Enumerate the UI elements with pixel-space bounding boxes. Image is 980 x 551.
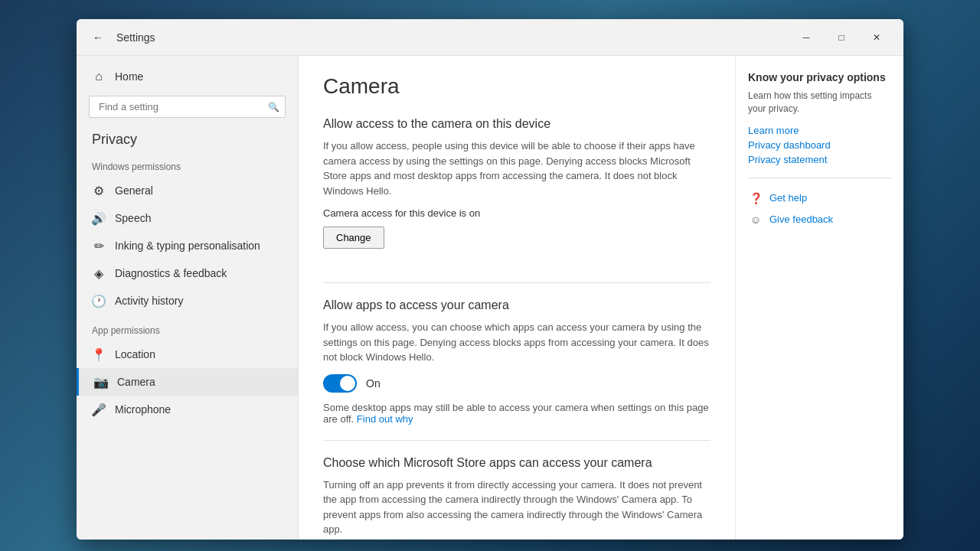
section3-heading: Choose which Microsoft Store apps can ac… [323, 456, 710, 470]
learn-more-link[interactable]: Learn more [748, 125, 891, 136]
find-out-why-link[interactable]: Find out why [357, 413, 413, 425]
sidebar-item-inking[interactable]: ✏ Inking & typing personalisation [77, 232, 298, 259]
window-title: Settings [116, 31, 155, 44]
section-device-access: Allow access to the camera on this devic… [323, 117, 710, 267]
change-button[interactable]: Change [323, 227, 384, 249]
general-label: General [115, 184, 153, 197]
speech-label: Speech [115, 212, 151, 224]
activity-label: Activity history [115, 295, 183, 307]
section2-desc: If you allow access, you can choose whic… [323, 320, 710, 365]
device-access-status: Camera access for this device is on [323, 207, 710, 219]
inking-label: Inking & typing personalisation [115, 240, 260, 252]
section2-heading: Allow apps to access your camera [323, 298, 710, 312]
home-label: Home [115, 70, 143, 83]
section-store-apps: Choose which Microsoft Store apps can ac… [323, 456, 710, 537]
divider-1 [323, 282, 710, 283]
note-text: Some desktop apps may still be able to a… [323, 402, 710, 425]
sidebar-item-activity[interactable]: 🕐 Activity history [77, 287, 298, 315]
activity-icon: 🕐 [92, 294, 106, 308]
windows-permissions-label: Windows permissions [77, 151, 298, 177]
diagnostics-label: Diagnostics & feedback [115, 267, 227, 279]
content-area: ⌂ Home 🔍 Privacy Windows permissions ⚙ G… [77, 56, 903, 540]
minimize-button[interactable]: ─ [789, 25, 824, 50]
camera-label: Camera [117, 376, 155, 388]
get-help-icon: ❓ [748, 191, 763, 206]
give-feedback-row[interactable]: ☺ Give feedback [748, 212, 891, 227]
window-controls: ─ □ ✕ [789, 25, 894, 50]
privacy-dashboard-link[interactable]: Privacy dashboard [748, 139, 891, 151]
sidebar-item-microphone[interactable]: 🎤 Microphone [77, 396, 298, 423]
sidebar: ⌂ Home 🔍 Privacy Windows permissions ⚙ G… [77, 56, 299, 540]
page-title: Camera [323, 74, 710, 99]
sidebar-item-diagnostics[interactable]: ◈ Diagnostics & feedback [77, 259, 298, 287]
inking-icon: ✏ [92, 239, 106, 253]
section3-desc: Turning off an app prevents it from dire… [323, 478, 710, 537]
back-button[interactable]: ← [86, 25, 110, 50]
settings-window: ← Settings ─ □ ✕ ⌂ Home 🔍 Privacy Window… [77, 19, 903, 540]
app-permissions-label: App permissions [77, 315, 298, 341]
main-content: Camera Allow access to the camera on thi… [299, 56, 735, 540]
search-container: 🔍 [89, 96, 286, 118]
home-icon: ⌂ [92, 70, 106, 83]
section1-desc: If you allow access, people using this d… [323, 139, 710, 198]
app-access-toggle[interactable] [323, 374, 357, 393]
speech-icon: 🔊 [92, 211, 106, 225]
right-panel-divider [748, 178, 891, 178]
give-feedback-icon: ☺ [748, 212, 763, 227]
diagnostics-icon: ◈ [92, 266, 106, 280]
sidebar-item-home[interactable]: ⌂ Home [77, 64, 298, 90]
know-privacy-title: Know your privacy options [748, 71, 891, 83]
toggle-thumb [340, 376, 355, 391]
location-icon: 📍 [92, 347, 106, 361]
sidebar-item-general[interactable]: ⚙ General [77, 177, 298, 204]
section1-heading: Allow access to the camera on this devic… [323, 117, 710, 131]
sidebar-item-speech[interactable]: 🔊 Speech [77, 204, 298, 232]
get-help-link[interactable]: Get help [769, 192, 807, 204]
toggle-label: On [366, 377, 381, 390]
location-label: Location [115, 348, 155, 360]
privacy-statement-link[interactable]: Privacy statement [748, 154, 891, 165]
general-icon: ⚙ [92, 184, 106, 197]
sidebar-item-camera[interactable]: 📷 Camera [77, 368, 298, 396]
divider-2 [323, 440, 710, 441]
camera-icon: 📷 [94, 375, 108, 389]
section-app-access: Allow apps to access your camera If you … [323, 298, 710, 425]
right-panel: Know your privacy options Learn how this… [735, 56, 903, 540]
title-bar: ← Settings ─ □ ✕ [77, 19, 903, 56]
privacy-label: Privacy [77, 124, 298, 151]
search-icon: 🔍 [268, 102, 279, 112]
microphone-label: Microphone [115, 403, 171, 416]
search-input[interactable] [89, 96, 286, 118]
toggle-row: On [323, 374, 710, 393]
give-feedback-link[interactable]: Give feedback [769, 214, 833, 225]
maximize-button[interactable]: □ [824, 25, 859, 50]
get-help-row[interactable]: ❓ Get help [748, 191, 891, 206]
know-privacy-desc: Learn how this setting impacts your priv… [748, 90, 891, 116]
microphone-icon: 🎤 [92, 403, 106, 416]
close-button[interactable]: ✕ [859, 25, 894, 50]
sidebar-item-location[interactable]: 📍 Location [77, 341, 298, 368]
